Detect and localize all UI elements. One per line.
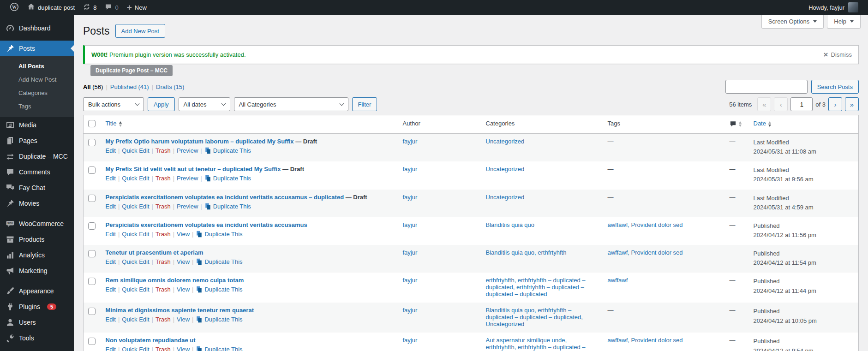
- sidebar-item-pages[interactable]: Pages: [0, 133, 74, 149]
- categories-links[interactable]: Uncategorized: [486, 138, 525, 145]
- next-page-button[interactable]: ›: [828, 97, 842, 111]
- tags-links[interactable]: —: [608, 166, 614, 173]
- row-checkbox[interactable]: [88, 167, 96, 174]
- tags-links[interactable]: —: [608, 307, 614, 314]
- quick-edit-link[interactable]: Quick Edit: [122, 203, 149, 210]
- row-checkbox[interactable]: [88, 338, 96, 345]
- row-checkbox[interactable]: [88, 250, 96, 257]
- categories-links[interactable]: Aut aspernatur similique unde, erthfrtyh…: [486, 337, 586, 351]
- column-header-date[interactable]: Date: [749, 115, 859, 134]
- sidebar-item-fay-chat[interactable]: Fay Chat: [0, 180, 74, 196]
- new-content-menu[interactable]: + New: [123, 0, 151, 15]
- view-published[interactable]: Published (41): [110, 83, 149, 90]
- tags-links[interactable]: awffawf, Provident dolor sed: [608, 221, 683, 228]
- categories-filter-select[interactable]: All Categories: [234, 97, 348, 111]
- author-link[interactable]: fayjur: [403, 194, 418, 201]
- current-page-input[interactable]: [790, 97, 813, 111]
- edit-link[interactable]: Edit: [106, 346, 116, 351]
- edit-link[interactable]: Edit: [106, 286, 116, 293]
- view-link[interactable]: Preview: [177, 203, 198, 210]
- row-checkbox[interactable]: [88, 278, 96, 285]
- post-title-link[interactable]: Non voluptatem repudiandae ut: [106, 337, 196, 344]
- view-drafts[interactable]: Drafts (15): [156, 83, 184, 90]
- duplicate-this-link[interactable]: Duplicate This: [204, 316, 242, 323]
- post-title-link[interactable]: Perspiciatis exercitationem voluptates e…: [106, 221, 307, 228]
- trash-link[interactable]: Trash: [156, 175, 171, 182]
- post-title-link[interactable]: Tenetur ut praesentium et aperiam: [106, 249, 204, 256]
- author-link[interactable]: fayjur: [403, 221, 418, 228]
- tags-links[interactable]: awffawf, Provident dolor sed: [608, 337, 683, 344]
- quick-edit-link[interactable]: Quick Edit: [122, 231, 149, 238]
- last-page-button[interactable]: »: [845, 97, 859, 111]
- categories-links[interactable]: Blanditiis quia quo, erthfrtyhfth: [486, 249, 567, 256]
- comments-menu[interactable]: 0: [101, 0, 122, 15]
- edit-link[interactable]: Edit: [106, 147, 116, 154]
- row-checkbox[interactable]: [88, 308, 96, 315]
- trash-link[interactable]: Trash: [156, 286, 171, 293]
- view-link[interactable]: View: [177, 346, 190, 351]
- sidebar-item-woocommerce[interactable]: WOO WooCommerce: [0, 216, 74, 232]
- sidebar-item-analytics[interactable]: Analytics: [0, 247, 74, 263]
- view-all[interactable]: All (56): [83, 83, 103, 90]
- sidebar-item-products[interactable]: Products: [0, 232, 74, 247]
- post-title-link[interactable]: My Prefix Sit id velit velit aut ut tene…: [106, 166, 281, 173]
- row-checkbox[interactable]: [88, 195, 96, 202]
- view-link[interactable]: Preview: [177, 175, 198, 182]
- submenu-tags[interactable]: Tags: [0, 100, 74, 113]
- sidebar-item-movies[interactable]: Movies: [0, 196, 74, 211]
- sidebar-item-posts[interactable]: Posts: [0, 41, 74, 56]
- post-title-link[interactable]: Rem similique omnis dolorem nemo culpa t…: [106, 277, 244, 284]
- author-link[interactable]: fayjur: [403, 166, 418, 173]
- sidebar-item-marketing[interactable]: Marketing: [0, 263, 74, 279]
- categories-links[interactable]: Uncategorized: [486, 194, 525, 201]
- trash-link[interactable]: Trash: [156, 258, 171, 265]
- dates-filter-select[interactable]: All dates: [179, 97, 230, 111]
- duplicate-this-link[interactable]: Duplicate This: [204, 346, 242, 351]
- tags-links[interactable]: awffawf: [608, 277, 628, 284]
- quick-edit-link[interactable]: Quick Edit: [122, 147, 149, 154]
- sidebar-item-tools[interactable]: Tools: [0, 330, 74, 346]
- post-title-link[interactable]: Minima et dignissimos sapiente tenetur r…: [106, 307, 254, 314]
- view-link[interactable]: View: [177, 231, 190, 238]
- view-link[interactable]: View: [177, 258, 190, 265]
- tags-links[interactable]: —: [608, 194, 614, 201]
- column-header-comments[interactable]: [725, 115, 749, 134]
- edit-link[interactable]: Edit: [106, 203, 116, 210]
- trash-link[interactable]: Trash: [156, 203, 171, 210]
- sidebar-item-plugins[interactable]: Plugins 5: [0, 299, 74, 315]
- apply-button[interactable]: Apply: [148, 97, 175, 111]
- author-link[interactable]: fayjur: [403, 277, 418, 284]
- view-link[interactable]: Preview: [177, 147, 198, 154]
- edit-link[interactable]: Edit: [106, 175, 116, 182]
- add-new-post-button[interactable]: Add New Post: [115, 24, 165, 38]
- quick-edit-link[interactable]: Quick Edit: [122, 175, 149, 182]
- sidebar-item-appearance[interactable]: Appearance: [0, 283, 74, 299]
- author-link[interactable]: fayjur: [403, 337, 418, 344]
- prev-page-button[interactable]: ‹: [774, 97, 788, 111]
- trash-link[interactable]: Trash: [156, 147, 171, 154]
- categories-links[interactable]: Blanditiis quia quo, erthfrtyhfth – dupl…: [486, 307, 583, 327]
- categories-links[interactable]: erthfrtyhfth, erthfrtyhfth – duplicated …: [486, 277, 586, 297]
- post-title-link[interactable]: My Prefix Optio harum voluptatum laborum…: [106, 138, 294, 145]
- duplicate-this-link[interactable]: Duplicate This: [213, 147, 251, 154]
- categories-links[interactable]: Blanditiis quia quo: [486, 221, 535, 228]
- updates-menu[interactable]: 8: [79, 0, 101, 15]
- select-all-checkbox[interactable]: [88, 120, 96, 127]
- duplicate-this-link[interactable]: Duplicate This: [213, 175, 251, 182]
- quick-edit-link[interactable]: Quick Edit: [122, 346, 149, 351]
- view-link[interactable]: View: [177, 316, 190, 323]
- first-page-button[interactable]: «: [757, 97, 771, 111]
- sidebar-item-media[interactable]: Media: [0, 117, 74, 133]
- submenu-add-new-post[interactable]: Add New Post: [0, 73, 74, 86]
- dismiss-notice-button[interactable]: × Dismiss: [824, 51, 852, 59]
- tags-links[interactable]: —: [608, 138, 614, 145]
- sidebar-item-dashboard[interactable]: Dashboard: [0, 20, 74, 36]
- trash-link[interactable]: Trash: [156, 346, 171, 351]
- site-name-menu[interactable]: duplicate post: [23, 0, 79, 15]
- row-checkbox[interactable]: [88, 222, 96, 230]
- wp-logo-menu[interactable]: W: [6, 0, 23, 15]
- row-checkbox[interactable]: [88, 139, 96, 146]
- duplicate-this-link[interactable]: Duplicate This: [213, 203, 251, 210]
- author-link[interactable]: fayjur: [403, 249, 418, 256]
- search-input[interactable]: [725, 80, 808, 94]
